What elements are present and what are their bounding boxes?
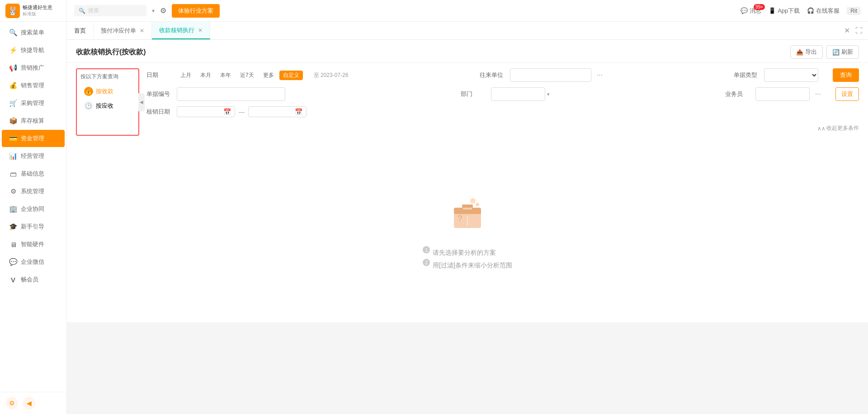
sidebar-item-marketing[interactable]: 📢 营销推广 xyxy=(2,59,65,76)
panel-item-by-receipt[interactable]: 💰 按收款 xyxy=(80,84,135,99)
sidebar-item-quicknav[interactable]: ⚡ 快捷导航 xyxy=(2,42,65,59)
message-button[interactable]: 💬 消息 99+ xyxy=(741,7,761,15)
staff-more-btn[interactable]: ··· xyxy=(815,90,821,98)
industry-solution-button[interactable]: 体验行业方案 xyxy=(172,4,220,18)
date-filter-label: 日期 xyxy=(146,71,171,79)
sidebar-item-label-basic: 基础信息 xyxy=(21,170,44,178)
service-icon: 🎧 xyxy=(807,7,814,14)
sidebar-item-wechat[interactable]: 💬 企业微信 xyxy=(2,253,65,271)
refresh-button[interactable]: 🔄 刷新 xyxy=(826,45,859,59)
search-placeholder: 搜索 xyxy=(88,7,99,14)
sidebar-item-label-wechat: 企业微信 xyxy=(21,258,44,266)
sidebar-item-finance[interactable]: 💳 资金管理 xyxy=(2,130,65,147)
svg-point-5 xyxy=(476,203,479,206)
sidebar-item-label-member: 畅会员 xyxy=(21,276,38,284)
export-button[interactable]: 📤 导出 xyxy=(790,45,823,59)
app-icon: 📱 xyxy=(769,7,776,14)
collapse-more-row: ∧∧ 收起更多条件 xyxy=(146,123,859,136)
corp-icon: 🏢 xyxy=(9,205,17,213)
user-avatar[interactable]: Rit xyxy=(847,7,861,15)
panel-item-by-receivable[interactable]: 🕐 按应收 xyxy=(80,99,135,113)
sidebar-item-label-search: 搜索菜单 xyxy=(21,29,44,37)
svg-point-4 xyxy=(470,198,476,204)
sidebar-item-search[interactable]: 🔍 搜索菜单 xyxy=(2,24,65,41)
sidebar-item-system[interactable]: ⚙ 系统管理 xyxy=(2,183,65,200)
tab-prepay[interactable]: 预付冲应付单 ✕ xyxy=(94,22,152,39)
counterparty-label: 往来单位 xyxy=(480,71,505,79)
brand-name: 畅捷通好生意 xyxy=(23,4,52,10)
header-dropdown-icon[interactable]: ▾ xyxy=(152,8,155,14)
page-inner: 收款核销执行(按收款) 📤 导出 🔄 刷新 按以下方案查询 xyxy=(67,40,868,322)
tab-close-all-button[interactable]: ✕ xyxy=(844,26,850,35)
date-tab-this-year[interactable]: 本年 xyxy=(217,71,235,80)
sidebar-item-mgmt[interactable]: 📊 经营管理 xyxy=(2,148,65,165)
date-tab-this-month[interactable]: 本月 xyxy=(197,71,215,80)
tab-verify-label: 收款核销执行 xyxy=(159,26,194,34)
app-download-button[interactable]: 📱 App下载 xyxy=(769,7,800,15)
doc-type-select[interactable] xyxy=(764,68,818,82)
header-settings-icon[interactable]: ⚙ xyxy=(160,6,166,15)
empty-tip-1-text: 请先选择要分析的方案 xyxy=(433,246,496,259)
verify-date-end-input[interactable]: 2023-07-21 xyxy=(252,109,293,115)
sidebar-item-sales[interactable]: 💰 销售管理 xyxy=(2,77,65,94)
dept-input[interactable] xyxy=(491,87,545,101)
sidebar-item-purchase[interactable]: 🛒 采购管理 xyxy=(2,95,65,112)
doc-no-input[interactable] xyxy=(177,87,285,101)
sidebar-item-label-corp: 企业协同 xyxy=(21,205,44,213)
svg-rect-3 xyxy=(463,208,472,209)
date-range: 2023-03-01 📅 — 2023-07-21 📅 xyxy=(177,106,307,117)
date-tab-more[interactable]: 更多 xyxy=(259,71,278,80)
date-tab-7days[interactable]: 近7天 xyxy=(236,71,258,80)
cal-start-icon[interactable]: 📅 xyxy=(223,108,231,115)
by-receivable-label: 按应收 xyxy=(96,102,113,110)
cal-end-icon[interactable]: 📅 xyxy=(295,108,302,115)
sidebar-item-corp[interactable]: 🏢 企业协同 xyxy=(2,200,65,218)
sidebar-item-inventory[interactable]: 📦 库存核算 xyxy=(2,112,65,129)
staff-input[interactable] xyxy=(755,87,810,101)
counterparty-input[interactable] xyxy=(510,68,591,82)
verify-date-start-input[interactable]: 2023-03-01 xyxy=(181,109,222,115)
marketing-icon: 📢 xyxy=(9,64,17,72)
tab-home[interactable]: 首页 xyxy=(67,22,94,39)
settings-button[interactable]: 设置 xyxy=(835,87,859,101)
dept-select-wrap: ▾ xyxy=(491,87,550,101)
sidebar-nav: 🔍 搜索菜单 ⚡ 快捷导航 📢 营销推广 💰 销售管理 🛒 采购管理 📦 库存核… xyxy=(0,22,66,392)
date-tab-custom[interactable]: 自定义 xyxy=(279,71,303,80)
tab-bar: 首页 预付冲应付单 ✕ 收款核销执行 ✕ ✕ ⛶ xyxy=(67,22,868,40)
export-icon: 📤 xyxy=(796,49,803,56)
message-icon: 💬 xyxy=(741,7,748,14)
sidebar-item-basic[interactable]: 🗃 基础信息 xyxy=(2,165,65,182)
date-tab-last-month[interactable]: 上月 xyxy=(177,71,195,80)
sidebar-item-hardware[interactable]: 🖥 智能硬件 xyxy=(2,236,65,253)
system-icon: ⚙ xyxy=(9,187,17,195)
wechat-icon: 💬 xyxy=(9,258,17,266)
dept-chevron-icon[interactable]: ▾ xyxy=(547,91,550,97)
sidebar-item-label-finance: 资金管理 xyxy=(21,134,44,143)
filter-row-2: 单据编号 部门 ▾ 业务员 ··· 设置 xyxy=(146,87,859,101)
search-menu-icon: 🔍 xyxy=(9,29,17,37)
svg-text:?: ? xyxy=(458,214,462,223)
left-panel-title: 按以下方案查询 xyxy=(80,73,135,81)
left-panel-collapse[interactable]: ◀ xyxy=(138,93,145,111)
online-service-button[interactable]: 🎧 在线客服 xyxy=(807,7,840,15)
staff-label: 业务员 xyxy=(725,90,750,98)
sidebar-item-member[interactable]: V 畅会员 xyxy=(2,271,65,288)
tab-expand-button[interactable]: ⛶ xyxy=(855,27,863,35)
empty-illustration: ? xyxy=(445,192,490,237)
tab-verify-close[interactable]: ✕ xyxy=(198,27,203,33)
tab-prepay-close[interactable]: ✕ xyxy=(140,28,144,34)
settings-footer-button[interactable]: ⚙ xyxy=(5,397,18,409)
sidebar-item-label-mgmt: 经营管理 xyxy=(21,152,44,160)
top-search-box[interactable]: 🔍 搜索 xyxy=(74,5,146,16)
collapse-more-btn[interactable]: ∧∧ 收起更多条件 xyxy=(817,124,859,132)
empty-state: ? 1 请先选择要分析的方案 2 用[过滤]条件来缩小分析范围 xyxy=(67,141,868,322)
verify-date-label: 核销日期 xyxy=(146,108,171,116)
query-button[interactable]: 查询 xyxy=(833,68,859,82)
dept-label: 部门 xyxy=(461,90,486,98)
counterparty-more-btn[interactable]: ··· xyxy=(597,71,603,79)
refresh-icon: 🔄 xyxy=(832,49,840,56)
collapse-sidebar-button[interactable]: ◀ xyxy=(23,397,35,409)
sidebar-item-guide[interactable]: 🎓 新手引导 xyxy=(2,218,65,235)
hardware-icon: 🖥 xyxy=(9,241,17,248)
tab-verify[interactable]: 收款核销执行 ✕ xyxy=(152,22,210,39)
